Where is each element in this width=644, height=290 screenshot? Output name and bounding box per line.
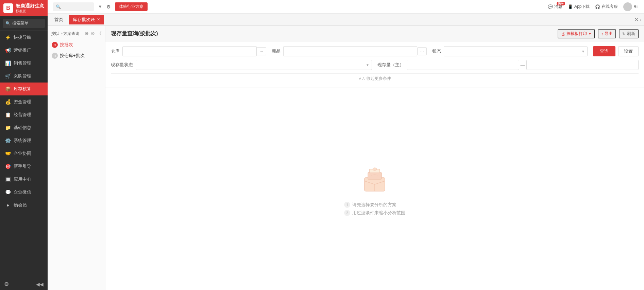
sidebar-header: B 畅康通好生意 标准版 [0,0,48,16]
stock-qty-label: 现存量（主） [377,62,404,68]
sidebar-item-system[interactable]: ⚙️ 系统管理 [0,134,48,147]
topbar-search[interactable]: 🔍 [53,2,94,11]
query-action-area: 查询 设置 [593,46,639,56]
status-select[interactable] [444,46,588,56]
tab-home[interactable]: 首页 [50,15,67,24]
tab-inventory-batch[interactable]: 库存批次账 ✕ [69,15,104,24]
sidebar-item-apps[interactable]: 🔲 应用中心 [0,173,48,186]
sidebar-item-sales[interactable]: 📊 销售管理 [0,57,48,70]
panel-close-button[interactable]: ✕ [634,16,639,23]
panel-chevron-icon[interactable]: › [640,17,641,22]
print-dropdown-icon: ▼ [588,32,592,36]
online-service-button[interactable]: 🎧 在线客服 [595,4,618,10]
topbar-gear-icon[interactable]: ⚙ [106,4,111,10]
data-area: 1 请先选择要分析的方案 2 用过滤条件来缩小分析范围 [105,88,644,290]
right-panel: 现存量查询(按批次) 🖨 按模板打印 ▼ ↑ 导出 ↻ 刷新 [105,26,644,290]
svg-point-2 [373,168,377,170]
page-titlebar-actions: 🖨 按模板打印 ▼ ↑ 导出 ↻ 刷新 [558,29,639,38]
warehouse-label: 仓库 [111,48,120,54]
topbar-dropdown-arrow[interactable]: ▼ [98,4,102,9]
empty-state: 1 请先选择要分析的方案 2 用过滤条件来缩小分析范围 [344,162,405,216]
settings-plan-icon[interactable]: ⊛ [91,31,95,37]
collapse-label: 收起更多条件 [367,76,391,81]
purchase-icon: 🛒 [5,73,11,79]
stock-qty-min-input[interactable] [407,60,519,70]
marketing-icon: 📢 [5,48,11,53]
sidebar-item-enterprise[interactable]: 🤝 企业协同 [0,147,48,160]
user-avatar-button[interactable]: Rit [623,2,639,11]
messages-button[interactable]: 💬 消息 99+ [548,4,562,10]
business-icon: 📋 [5,112,11,117]
collapse-panel-icon[interactable]: 《 [97,31,102,37]
refresh-icon: ↻ [622,32,626,36]
query-button[interactable]: 查询 [593,46,615,56]
plan-item-batch[interactable]: ⊙ 按批次 [48,39,105,50]
stock-qty-max-input[interactable] [526,60,639,70]
experience-button[interactable]: 体验行业方案 [115,2,148,11]
stock-qty-dash: — [519,62,526,68]
app-logo: B [3,3,13,13]
enterprise-icon: 🤝 [5,151,11,156]
phone-icon: 📱 [568,4,573,9]
sidebar-nav: ⚡ 快捷导航 📢 营销推广 📊 销售管理 🛒 采购管理 📦 库存核算 💰 资金管… [0,31,48,278]
status-label: 状态 [432,48,441,54]
sidebar-item-quicknav[interactable]: ⚡ 快捷导航 [0,31,48,44]
filter-row-1: 仓库 ··· 商品 ··· 状态 ▼ [111,46,639,56]
message-icon: 💬 [548,4,553,9]
warehouse-more-button[interactable]: ··· [257,47,266,55]
sidebar-item-business[interactable]: 📋 经营管理 [0,108,48,121]
sidebar-item-inventory[interactable]: 📦 库存核算 [0,83,48,95]
tab-close-icon[interactable]: ✕ [97,17,100,22]
topbar-search-icon: 🔍 [56,4,61,9]
export-button[interactable]: ↑ 导出 [598,29,616,38]
sidebar-item-member[interactable]: ♦ 畅会员 [0,199,48,212]
refresh-button[interactable]: ↻ 刷新 [619,29,639,38]
left-panel-title: 按以下方案查询 [51,31,80,37]
tabbar: 首页 库存批次账 ✕ ✕ › [48,14,644,26]
app-download-button[interactable]: 📱 App下载 [568,4,590,10]
plan-item-warehouse-batch[interactable]: ⊙ 按仓库+批次 [48,50,105,61]
page-titlebar: 现存量查询(按批次) 🖨 按模板打印 ▼ ↑ 导出 ↻ 刷新 [105,26,644,42]
stock-qty-filter: 现存量（主） — [377,60,639,70]
product-input[interactable] [283,46,418,56]
collapse-more-bar[interactable]: ∧∧ 收起更多条件 [111,73,639,84]
product-filter: 商品 ··· [272,46,427,56]
sidebar-item-purchase[interactable]: 🛒 采购管理 [0,70,48,83]
system-icon: ⚙️ [5,138,11,143]
main-area: 🔍 ▼ ⚙ 体验行业方案 💬 消息 99+ 📱 App下载 🎧 在线客服 Rit [48,0,644,290]
sidebar-item-basics[interactable]: 📁 基础信息 [0,121,48,134]
stock-status-select[interactable] [136,60,372,70]
search-icon: 🔍 [5,21,11,26]
settings-button[interactable]: 设置 [618,46,639,56]
sales-icon: 📊 [5,60,11,66]
warehouse-filter: 仓库 ··· [111,46,266,56]
sidebar-search-area: 🔍 搜索菜单 [0,16,48,31]
topbar-actions: 💬 消息 99+ 📱 App下载 🎧 在线客服 Rit [548,2,639,11]
tip-num-2: 2 [344,210,350,216]
topbar: 🔍 ▼ ⚙ 体验行业方案 💬 消息 99+ 📱 App下载 🎧 在线客服 Rit [48,0,644,14]
newbie-icon: 🎯 [5,164,11,169]
content: 按以下方案查询 ⊕ ⊛ 《 ⊙ 按批次 ⊙ 按仓库+批次 现存量查询(按批次) [48,26,644,290]
filter-area: 仓库 ··· 商品 ··· 状态 ▼ [105,42,644,88]
collapse-chevron-icon: ∧∧ [358,76,365,81]
plan-icon-gray: ⊙ [52,53,58,59]
sidebar-item-finance[interactable]: 💰 资金管理 [0,95,48,108]
sidebar-item-newbie[interactable]: 🎯 新手引导 [0,160,48,173]
print-icon: 🖨 [561,32,565,36]
left-panel: 按以下方案查询 ⊕ ⊛ 《 ⊙ 按批次 ⊙ 按仓库+批次 [48,26,105,290]
finance-icon: 💰 [5,99,11,105]
app-title: 畅康通好生意 标准版 [16,3,44,13]
quicknav-icon: ⚡ [5,35,11,40]
search-menu-button[interactable]: 🔍 搜索菜单 [3,19,45,28]
headset-icon: 🎧 [595,4,600,9]
wechat-icon: 💬 [5,189,11,195]
member-icon: ♦ [5,202,11,208]
sidebar-item-marketing[interactable]: 📢 营销推广 [0,44,48,57]
collapse-sidebar-button[interactable]: ◀◀ [36,282,44,287]
print-button[interactable]: 🖨 按模板打印 ▼ [558,29,595,38]
warehouse-input[interactable] [122,46,257,56]
settings-icon[interactable]: ⚙ [4,281,9,287]
product-more-button[interactable]: ··· [417,47,427,55]
sidebar-item-wechat[interactable]: 💬 企业微信 [0,186,48,199]
add-plan-icon[interactable]: ⊕ [85,31,89,37]
